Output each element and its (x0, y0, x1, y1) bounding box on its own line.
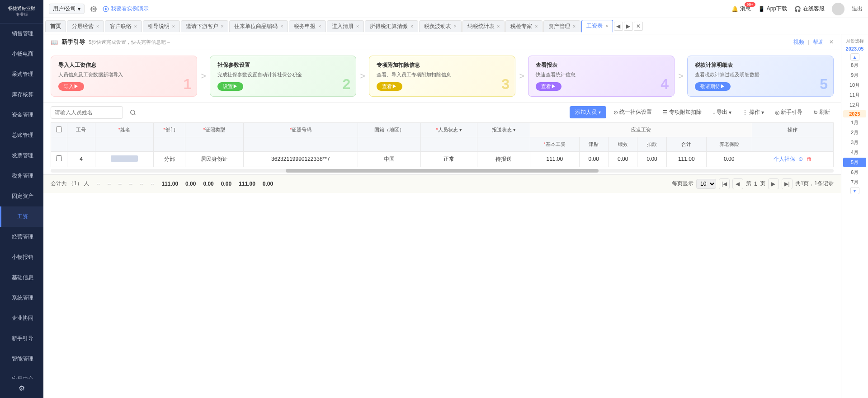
month-item-8[interactable]: 8月 (843, 61, 866, 70)
tab-tax-wavd[interactable]: 税负波动表× (419, 20, 462, 32)
tab-close-salary-tab[interactable]: × (605, 23, 608, 28)
tab-close-fen-ceng[interactable]: × (96, 24, 99, 29)
row-checkbox[interactable] (56, 155, 62, 161)
month-item-1[interactable]: 1月 (843, 118, 866, 127)
tab-close-tax-report[interactable]: × (318, 24, 321, 29)
notification-button[interactable]: 🔔 消息 99+ (731, 5, 751, 13)
scrollbar-thumb[interactable] (286, 169, 599, 173)
tab-prev-button[interactable]: ◀ (614, 22, 623, 31)
sidebar-item-smart[interactable]: 智能管理 (0, 349, 43, 369)
guide-close-icon[interactable]: ✕ (829, 39, 834, 45)
video-label[interactable]: 视频 (793, 38, 804, 46)
step-btn-4[interactable]: 查看▶ (536, 82, 561, 91)
first-page-button[interactable]: |◀ (719, 178, 730, 189)
sidebar-item-sales[interactable]: 销售管理 (0, 23, 43, 44)
unified-settings-button[interactable]: ⊙ 统一社保设置 (610, 107, 656, 118)
tab-close-clear[interactable]: × (356, 24, 359, 29)
step-btn-5[interactable]: 敬请期待▶ (695, 82, 731, 91)
sidebar-item-base-info[interactable]: 基础信息 (0, 267, 43, 288)
horizontal-scrollbar[interactable] (51, 169, 834, 173)
month-item-2[interactable]: 2月 (843, 128, 866, 137)
step-btn-2[interactable]: 设置▶ (217, 82, 243, 91)
tab-close-guide-tab[interactable]: × (172, 24, 175, 29)
month-item-5[interactable]: 5月 (843, 158, 866, 167)
tab-close-tax-wavd[interactable]: × (454, 24, 457, 29)
page-size-select[interactable]: 10 20 50 (696, 179, 716, 189)
month-item-12[interactable]: 12月 (843, 100, 866, 110)
sidebar-footer[interactable]: ⚙ (0, 379, 43, 398)
special-deduct-button[interactable]: ☰ 专项附加扣除 (659, 107, 705, 118)
tab-customers[interactable]: 客户联络× (105, 20, 142, 32)
month-scroll-down-button[interactable]: ▼ (850, 187, 859, 194)
settings-icon[interactable]: ⚙ (19, 384, 25, 392)
tab-home[interactable]: 首页 (45, 20, 66, 32)
tab-fen-ceng[interactable]: 分层经营× (67, 20, 104, 32)
online-service-button[interactable]: 🎧 在线客服 (794, 5, 825, 13)
tab-tax-stats[interactable]: 纳税统计表× (462, 20, 505, 32)
action-personal-insurance[interactable]: 个人社保 (774, 156, 795, 162)
user-selector[interactable]: 用户/公司 ▾ (49, 4, 85, 14)
select-all-checkbox[interactable] (56, 126, 62, 132)
tab-tax-calc[interactable]: 所得税汇算清缴× (365, 20, 418, 32)
month-item-11[interactable]: 11月 (843, 90, 866, 100)
prev-page-button[interactable]: ◀ (732, 178, 743, 189)
step-btn-3[interactable]: 查看▶ (377, 82, 402, 91)
month-item-7[interactable]: 7月 (843, 178, 866, 187)
help-label[interactable]: 帮助 (813, 38, 824, 46)
tab-close-tax-expert[interactable]: × (535, 24, 538, 29)
sidebar-item-salary[interactable]: 工资 (0, 206, 43, 227)
month-item-6[interactable]: 6月 (843, 168, 866, 177)
tab-close-product-code[interactable]: × (280, 24, 283, 29)
sidebar-item-tax[interactable]: 税务管理 (0, 166, 43, 186)
month-item-4[interactable]: 4月 (843, 148, 866, 157)
tab-close-tax-stats[interactable]: × (497, 24, 500, 29)
sidebar-item-invoice[interactable]: 发票管理 (0, 145, 43, 166)
tab-close-all-button[interactable]: ✕ (634, 22, 643, 31)
user-avatar[interactable] (832, 3, 844, 15)
export-button[interactable]: ↓ 导出 ▾ (709, 107, 735, 118)
month-item-3[interactable]: 3月 (843, 138, 866, 147)
search-button[interactable] (127, 106, 139, 119)
sidebar-item-guide[interactable]: 新手引导 (0, 328, 43, 349)
next-page-button[interactable]: ▶ (768, 178, 779, 189)
sidebar-item-cooperation[interactable]: 企业协同 (0, 308, 43, 328)
tab-guide-tab[interactable]: 引导说明× (143, 20, 180, 32)
tab-next-button[interactable]: ▶ (624, 22, 633, 31)
month-item-9[interactable]: 9月 (843, 70, 866, 80)
tab-close-assets-mgmt[interactable]: × (573, 24, 576, 29)
app-download-button[interactable]: 📱 App下载 (758, 5, 787, 13)
action-edit[interactable]: ⊙ (798, 156, 803, 162)
sidebar-item-accounting[interactable]: 总账管理 (0, 125, 43, 145)
sidebar-item-capital[interactable]: 资金管理 (0, 105, 43, 125)
month-item-10[interactable]: 10月 (843, 80, 866, 90)
action-delete[interactable]: 🗑 (807, 156, 812, 162)
tab-close-invite[interactable]: × (221, 24, 224, 29)
sidebar-item-sales-report[interactable]: 小畅报销 (0, 247, 43, 267)
tab-invite[interactable]: 邀请下游客户× (181, 20, 229, 32)
settings-gear-button[interactable] (87, 3, 100, 15)
month-scroll-up-button[interactable]: ▲ (850, 53, 859, 61)
tab-tax-expert[interactable]: 税检专家× (505, 20, 542, 32)
month-item-2025[interactable]: 2025 (843, 110, 866, 117)
logout-button[interactable]: 退出 (852, 5, 863, 13)
tab-salary-tab[interactable]: 工资表× (581, 20, 613, 33)
tab-close-customers[interactable]: × (134, 24, 137, 29)
last-page-button[interactable]: ▶| (782, 178, 793, 189)
tab-product-code[interactable]: 往来单位商品编码× (229, 20, 288, 32)
tab-close-tax-calc[interactable]: × (410, 24, 413, 29)
tab-clear[interactable]: 进入清册× (327, 20, 364, 32)
sidebar-item-fixed-assets[interactable]: 固定资产 (0, 186, 43, 206)
sidebar-item-operations[interactable]: 经营管理 (0, 227, 43, 247)
sidebar-item-apps[interactable]: 应用中心 (0, 369, 43, 379)
new-guide-button[interactable]: ◎ 新手引导 (771, 107, 806, 118)
search-input[interactable] (51, 106, 123, 119)
operation-button[interactable]: ⋮ 操作 ▾ (739, 107, 768, 118)
add-person-button[interactable]: 添加人员 ▾ (570, 106, 606, 118)
tab-tax-report[interactable]: 税务申报× (289, 20, 326, 32)
sidebar-item-inventory[interactable]: 库存核算 (0, 84, 43, 105)
refresh-button[interactable]: ↻ 刷新 (810, 107, 834, 118)
sidebar-item-system[interactable]: 系统管理 (0, 288, 43, 308)
sidebar-item-purchase[interactable]: 采购管理 (0, 64, 43, 84)
tab-assets-mgmt[interactable]: 资产管理× (543, 20, 580, 32)
demo-button[interactable]: 我要看实例演示 (103, 5, 149, 13)
